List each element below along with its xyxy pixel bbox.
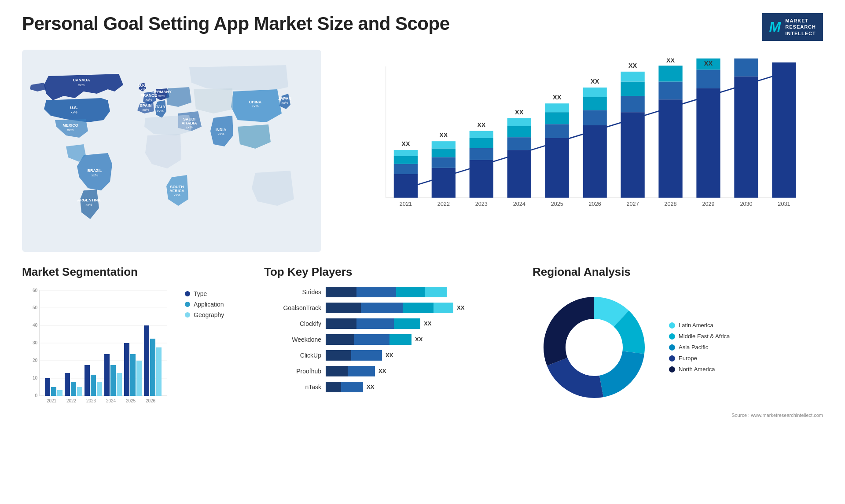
brazil-label: BRAZIL bbox=[88, 168, 102, 173]
donut-legend-apac: Asia Pacific bbox=[669, 344, 730, 351]
player-strides-seg2 bbox=[356, 287, 396, 297]
bar-2024-seg1 bbox=[507, 150, 531, 198]
seg-bar-2025-type bbox=[124, 343, 129, 396]
bar-2021-seg4 bbox=[394, 150, 418, 156]
y-label-40: 40 bbox=[33, 323, 38, 328]
seg-type-dot bbox=[185, 291, 190, 296]
player-strides-name: Strides bbox=[264, 289, 321, 296]
player-ntask-seg2 bbox=[341, 382, 363, 392]
north-america-label: North America bbox=[679, 366, 715, 373]
canada-label: CANADA bbox=[73, 78, 90, 82]
donut-legend-europe: Europe bbox=[669, 355, 730, 362]
player-ntask-label: XX bbox=[367, 383, 374, 390]
donut-legend: Latin America Middle East & Africa Asia … bbox=[669, 322, 730, 373]
bar-2023-seg3 bbox=[470, 138, 493, 148]
bar-2026-seg3 bbox=[583, 97, 607, 110]
player-weekdone-seg2 bbox=[354, 334, 389, 345]
brazil-value: xx% bbox=[91, 173, 98, 177]
seg-geo-dot bbox=[185, 312, 190, 318]
player-proofhub: Proofhub XX bbox=[264, 365, 519, 377]
usa-label: U.S. bbox=[70, 106, 78, 110]
bar-2026-seg1 bbox=[583, 125, 607, 198]
map-svg: CANADA xx% U.S. xx% MEXICO xx% BRAZIL xx… bbox=[22, 50, 321, 252]
seg-geo-label: Geography bbox=[194, 311, 224, 318]
y-label-30: 30 bbox=[33, 340, 38, 345]
italy-value: xx% bbox=[157, 109, 163, 113]
x-label-2030: 2030 bbox=[740, 201, 752, 207]
bottom-section: Market Segmentation 0 10 bbox=[22, 265, 823, 450]
player-clickup-bar: XX bbox=[326, 349, 519, 362]
japan-value: xx% bbox=[281, 101, 288, 105]
x-label-2021: 2021 bbox=[400, 201, 412, 207]
bar-2029-seg2 bbox=[696, 69, 720, 88]
x-label-2022: 2022 bbox=[437, 201, 450, 207]
bar-chart-container: XX XX XX XX bbox=[339, 50, 823, 252]
player-weekdone: Weekdone XX bbox=[264, 333, 519, 346]
mea-label: Middle East & Africa bbox=[679, 333, 730, 340]
top-section: CANADA xx% U.S. xx% MEXICO xx% BRAZIL xx… bbox=[22, 50, 823, 252]
world-map: CANADA xx% U.S. xx% MEXICO xx% BRAZIL xx… bbox=[22, 50, 321, 252]
bar-2022-seg3 bbox=[432, 148, 456, 157]
segmentation-section: Market Segmentation 0 10 bbox=[22, 265, 251, 450]
seg-bar-2024-app bbox=[110, 365, 116, 396]
player-clockify: Clockify XX bbox=[264, 318, 519, 330]
x-label-seg-2023: 2023 bbox=[86, 398, 96, 403]
saudi-value: xx% bbox=[186, 125, 192, 129]
regional-title: Regional Analysis bbox=[533, 265, 823, 279]
italy-label: ITALY bbox=[155, 105, 166, 109]
uk-value: xx% bbox=[139, 88, 145, 91]
seg-bar-2026-geo bbox=[156, 347, 162, 396]
japan-label: JAPAN bbox=[278, 96, 291, 101]
bar-2029-label: XX bbox=[704, 60, 713, 67]
bar-2022-seg4 bbox=[432, 141, 456, 148]
bar-2021-seg3 bbox=[394, 156, 418, 164]
player-clickup: ClickUp XX bbox=[264, 349, 519, 362]
bar-2028-label: XX bbox=[666, 58, 675, 64]
bar-2030-seg1 bbox=[734, 77, 758, 198]
player-weekdone-bar-inner bbox=[326, 334, 411, 345]
player-proofhub-name: Proofhub bbox=[264, 368, 321, 375]
player-weekdone-label: XX bbox=[415, 336, 422, 343]
bar-2029-seg1 bbox=[696, 88, 720, 198]
bar-2023-seg2 bbox=[470, 148, 493, 160]
player-weekdone-bar: XX bbox=[326, 333, 519, 346]
players-list: Strides GoalsonTrack bbox=[264, 286, 519, 393]
x-label-seg-2025: 2025 bbox=[126, 398, 136, 403]
latin-america-dot bbox=[669, 322, 675, 329]
apac-label: Asia Pacific bbox=[679, 344, 708, 351]
seg-bar-2023-geo bbox=[97, 382, 102, 396]
seg-legend-type: Type bbox=[185, 290, 224, 297]
china-label: CHINA bbox=[249, 100, 262, 104]
bar-2023-seg1 bbox=[470, 160, 493, 198]
x-label-2025: 2025 bbox=[551, 201, 563, 207]
x-label-seg-2021: 2021 bbox=[47, 398, 57, 403]
bar-2024-seg3 bbox=[507, 126, 531, 137]
page-title: Personal Goal Setting App Market Size an… bbox=[22, 13, 450, 34]
seg-bar-2024-geo bbox=[117, 373, 122, 396]
australia-region bbox=[252, 171, 294, 206]
india-value: xx% bbox=[217, 132, 224, 136]
latin-america-label: Latin America bbox=[679, 322, 713, 329]
bar-2026-seg2 bbox=[583, 110, 607, 125]
x-label-2028: 2028 bbox=[664, 201, 676, 207]
seg-bar-2021-geo bbox=[57, 390, 62, 396]
seg-legend-app: Application bbox=[185, 301, 224, 308]
bar-2021-seg1 bbox=[394, 174, 418, 197]
logo-box: M MARKET RESEARCH INTELLECT bbox=[762, 13, 823, 41]
bar-2021-label: XX bbox=[401, 140, 410, 147]
bar-2027-seg4 bbox=[621, 72, 644, 82]
logo-text: MARKET RESEARCH INTELLECT bbox=[785, 18, 816, 37]
north-america-dot bbox=[669, 366, 675, 373]
mexico-label: MEXICO bbox=[62, 123, 78, 128]
header: Personal Goal Setting App Market Size an… bbox=[22, 13, 823, 41]
bar-2028-seg3 bbox=[658, 66, 682, 81]
player-strides: Strides bbox=[264, 286, 519, 298]
bar-2024-seg4 bbox=[507, 118, 531, 126]
player-proofhub-label: XX bbox=[378, 368, 386, 374]
x-label-2031: 2031 bbox=[778, 201, 790, 207]
player-clockify-name: Clockify bbox=[264, 320, 321, 327]
donut-chart bbox=[533, 286, 656, 409]
y-label-20: 20 bbox=[33, 358, 38, 363]
key-players-section: Top Key Players Strides bbox=[264, 265, 519, 450]
player-weekdone-name: Weekdone bbox=[264, 336, 321, 343]
